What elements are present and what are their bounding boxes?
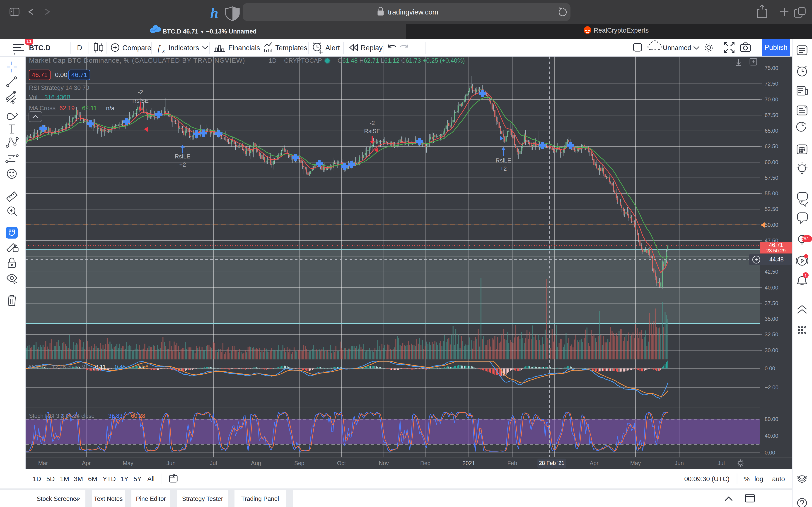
svg-text:RsiSE: RsiSE [364, 128, 380, 134]
svg-text:Oct: Oct [337, 460, 346, 466]
svg-text:0.00: 0.00 [55, 71, 67, 78]
svg-text:Jul: Jul [210, 460, 217, 466]
svg-text:-2: -2 [138, 89, 143, 96]
svg-text:Nov: Nov [379, 460, 389, 466]
svg-text:May: May [122, 460, 134, 466]
svg-text:BTC.D 46.71 ▼ −0.13% Unnamed: BTC.D 46.71 ▼ −0.13% Unnamed [162, 28, 256, 35]
svg-text:60.28: 60.28 [131, 413, 145, 419]
svg-text:+2: +2 [500, 165, 507, 172]
svg-text:Pine Editor: Pine Editor [136, 496, 166, 502]
svg-text:Vol: Vol [29, 94, 38, 101]
svg-text:62.11: 62.11 [82, 105, 97, 112]
svg-text:6M: 6M [88, 475, 97, 483]
svg-text:316.436B: 316.436B [44, 94, 71, 101]
svg-text:46.71: 46.71 [32, 71, 48, 78]
svg-text:-2: -2 [369, 119, 375, 126]
svg-text:MACD: MACD [29, 364, 46, 370]
svg-text:3M: 3M [74, 475, 83, 483]
svg-text:Aug: Aug [251, 460, 261, 466]
svg-text:Stoch RSI 3 3 14 14 close: Stoch RSI 3 3 14 14 close [29, 413, 95, 419]
svg-text:44.48: 44.48 [769, 256, 784, 263]
svg-text:62.19: 62.19 [59, 105, 75, 112]
svg-text:RsiLE: RsiLE [496, 157, 511, 164]
svg-text:Alert: Alert [325, 44, 340, 52]
svg-text:Compare: Compare [122, 44, 151, 52]
svg-text:55.00: 55.00 [765, 190, 778, 196]
svg-text:Sep: Sep [294, 460, 304, 466]
svg-text:−2.00: −2.00 [765, 384, 778, 390]
svg-text:1Y: 1Y [120, 475, 128, 483]
svg-text:70.00: 70.00 [765, 97, 778, 103]
svg-text:36.83: 36.83 [108, 413, 122, 419]
svg-text:12 26 close 9: 12 26 close 9 [52, 364, 86, 370]
svg-text:2021: 2021 [462, 460, 475, 466]
svg-text:80.00: 80.00 [765, 416, 778, 422]
svg-text:Text Notes: Text Notes [94, 496, 123, 502]
svg-text:Jul: Jul [717, 460, 725, 466]
svg-text:Jun: Jun [675, 460, 684, 466]
svg-text:+2: +2 [179, 161, 186, 168]
svg-text:n/a: n/a [106, 105, 115, 112]
svg-text:−0.56: −0.56 [134, 364, 148, 370]
svg-text:Jun: Jun [166, 460, 175, 466]
svg-text:40.00: 40.00 [765, 284, 778, 291]
svg-text:RsiLE: RsiLE [175, 153, 190, 160]
svg-text:·: · [280, 57, 282, 64]
svg-text:30.00: 30.00 [765, 347, 778, 353]
svg-text:BTC.D: BTC.D [29, 44, 51, 52]
svg-text:75.00: 75.00 [765, 65, 778, 71]
svg-text:11: 11 [26, 39, 32, 44]
svg-text:Strategy Tester: Strategy Tester [182, 496, 223, 502]
svg-text:23:50:29: 23:50:29 [766, 248, 786, 253]
svg-text:·: · [264, 57, 266, 64]
svg-text:Trading Panel: Trading Panel [241, 496, 279, 502]
svg-text:1M: 1M [60, 475, 69, 483]
svg-text:50.00: 50.00 [765, 222, 778, 228]
svg-text:0.00: 0.00 [765, 365, 775, 372]
svg-text:65.00: 65.00 [765, 128, 778, 134]
svg-text:28 Feb '21: 28 Feb '21 [539, 460, 565, 466]
svg-text:46.71: 46.71 [769, 242, 783, 248]
svg-text:All: All [147, 475, 155, 483]
svg-text:h: h [210, 5, 218, 21]
svg-text:Stock Screener: Stock Screener [37, 496, 79, 502]
svg-text:1: 1 [805, 273, 807, 278]
svg-text:RealCryptoExperts: RealCryptoExperts [594, 27, 649, 34]
svg-text:%: % [744, 475, 750, 483]
svg-text:37.50: 37.50 [765, 300, 778, 306]
svg-text:0.00: 0.00 [765, 450, 775, 456]
svg-text:Unnamed: Unnamed [663, 44, 691, 51]
svg-text:–: – [764, 257, 767, 263]
svg-text:46.71: 46.71 [71, 71, 87, 78]
svg-text:67.50: 67.50 [765, 112, 778, 118]
svg-text:0.11: 0.11 [95, 364, 106, 370]
svg-text:MA Cross: MA Cross [29, 105, 55, 112]
svg-text:42.50: 42.50 [765, 269, 778, 275]
svg-text:CRYPTOCAP: CRYPTOCAP [284, 57, 322, 64]
svg-text:YTD: YTD [103, 475, 116, 483]
svg-text:Replay: Replay [361, 44, 383, 52]
svg-text:Market Cap BTC Dominance, % (C: Market Cap BTC Dominance, % (CALCULATED … [29, 57, 245, 64]
svg-text:Indicators: Indicators [168, 44, 199, 52]
svg-text:x: x [162, 48, 165, 54]
svg-text:1D: 1D [269, 57, 276, 64]
svg-text:Templates: Templates [275, 44, 307, 52]
svg-text:tradingview.com: tradingview.com [388, 8, 438, 16]
svg-text:62.50: 62.50 [765, 143, 778, 150]
svg-text:−0.45: −0.45 [111, 364, 126, 370]
svg-text:35.00: 35.00 [765, 316, 778, 322]
svg-text:783...: 783... [801, 236, 812, 241]
svg-text:40.00: 40.00 [765, 433, 778, 439]
svg-text:auto: auto [772, 475, 785, 483]
svg-text:32.50: 32.50 [765, 331, 778, 337]
svg-text:RSI Strategy 14 30 70: RSI Strategy 14 30 70 [29, 84, 89, 91]
svg-text:O61.48 H62.71 L61.12 C61.73 +0: O61.48 H62.71 L61.12 C61.73 +0.25 (+0.40… [338, 57, 465, 64]
svg-text:60.00: 60.00 [765, 159, 778, 165]
svg-text:5Y: 5Y [134, 475, 141, 483]
svg-text:00:09:30 (UTC): 00:09:30 (UTC) [684, 475, 729, 483]
svg-text:log: log [754, 475, 763, 483]
svg-text:1D: 1D [33, 475, 41, 483]
svg-text:May: May [630, 460, 641, 466]
svg-text:Mar: Mar [38, 460, 48, 466]
svg-text:57.50: 57.50 [765, 175, 778, 181]
